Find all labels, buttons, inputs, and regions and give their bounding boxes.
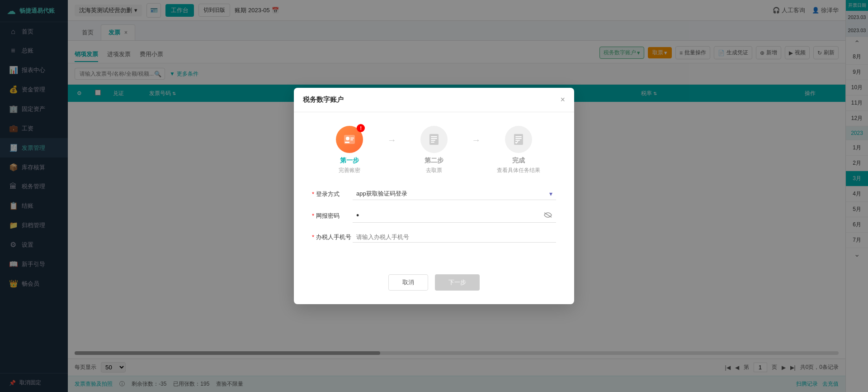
svg-rect-3 — [350, 138, 354, 139]
step-3-desc: 查看具体任务结果 — [497, 167, 540, 174]
step-3-icon — [505, 126, 532, 153]
step-2: 第二步 去取票 — [396, 126, 472, 174]
phone-input-wrap — [353, 232, 556, 243]
step-3: 完成 查看具体任务结果 — [481, 126, 556, 174]
svg-rect-11 — [515, 136, 522, 137]
login-method-row: * 登录方式 app获取验证码登录 ▾ — [312, 188, 556, 200]
svg-rect-6 — [431, 136, 437, 137]
person-card-icon — [343, 133, 356, 146]
step-1-label: 第一步 — [340, 157, 359, 165]
svg-rect-10 — [514, 134, 523, 145]
checklist-icon — [512, 133, 525, 146]
cancel-button[interactable]: 取消 — [388, 274, 428, 291]
step-1-desc: 完善账密 — [339, 167, 360, 174]
step-1-badge: ! — [357, 124, 365, 132]
step-1: ! 第一步 完善账密 — [312, 126, 387, 174]
step-2-desc: 去取票 — [426, 167, 442, 174]
svg-rect-8 — [431, 140, 435, 141]
step-2-icon — [420, 126, 448, 153]
invoice-step-icon — [428, 133, 440, 146]
svg-rect-12 — [515, 138, 522, 139]
tax-account-modal: 税务数字账户 × — [294, 88, 574, 304]
step-2-label: 第二步 — [425, 157, 443, 165]
password-toggle-icon[interactable] — [543, 212, 552, 220]
modal-body: ! 第一步 完善账密 → — [294, 112, 574, 265]
svg-rect-13 — [515, 140, 520, 141]
phone-label: * 办税人手机号 — [312, 233, 353, 241]
password-input[interactable] — [356, 211, 543, 220]
modal-overlay[interactable]: 税务数字账户 × — [0, 0, 868, 392]
svg-point-1 — [346, 137, 349, 140]
modal-footer: 取消 下一步 — [294, 265, 574, 304]
step-3-label: 完成 — [512, 157, 525, 165]
login-method-select[interactable]: app获取验证码登录 ▾ — [353, 188, 556, 200]
next-step-button[interactable]: 下一步 — [435, 274, 480, 291]
svg-rect-7 — [431, 138, 437, 139]
login-method-value: app获取验证码登录 — [356, 190, 407, 198]
phone-input[interactable] — [356, 234, 552, 240]
password-label: * 网报密码 — [312, 212, 353, 220]
modal-close-button[interactable]: × — [560, 95, 565, 105]
step-1-icon: ! — [336, 126, 363, 153]
modal-header: 税务数字账户 × — [294, 88, 574, 112]
login-required-mark: * — [312, 191, 314, 197]
steps-indicator: ! 第一步 完善账密 → — [312, 126, 556, 174]
modal-title: 税务数字账户 — [303, 96, 344, 104]
phone-required-mark: * — [312, 234, 314, 240]
login-method-dropdown-icon: ▾ — [549, 190, 552, 197]
step-arrow-1: → — [387, 126, 396, 145]
password-required-mark: * — [312, 212, 314, 219]
svg-rect-9 — [431, 142, 434, 143]
phone-row: * 办税人手机号 — [312, 232, 556, 243]
password-input-wrap — [353, 209, 556, 223]
svg-rect-5 — [429, 134, 439, 145]
svg-rect-4 — [350, 139, 353, 140]
login-method-label: * 登录方式 — [312, 190, 353, 198]
svg-rect-2 — [345, 142, 349, 143]
password-row: * 网报密码 — [312, 209, 556, 223]
modal-form: * 登录方式 app获取验证码登录 ▾ * 网报密码 — [312, 188, 556, 243]
step-arrow-2: → — [472, 126, 481, 145]
